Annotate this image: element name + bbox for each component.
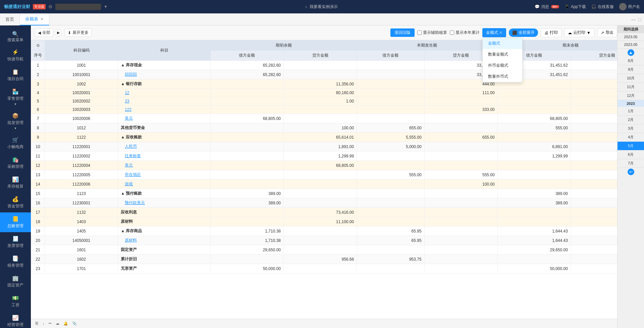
table-row-name[interactable]: 23	[118, 97, 211, 106]
table-row-name[interactable]: 游戏	[118, 180, 211, 189]
col-header-name: 科目	[118, 41, 211, 61]
table-row-open-credit	[284, 170, 357, 180]
table-row-name[interactable]: 122	[118, 106, 211, 114]
table-row-name[interactable]: 预付款美元	[118, 198, 211, 208]
table-row-open-credit: 1.00	[284, 97, 357, 106]
table-row-code: 1132	[45, 208, 118, 217]
table-row-no: 4	[31, 89, 45, 97]
table-row-name[interactable]: 回回回	[118, 70, 211, 79]
dropdown-item-qty-foreign[interactable]: 数量外币式	[483, 71, 522, 82]
main-layout: 🔍 搜索菜单 ⚡ 快捷导航 📋 项目合同 🏪 零售管理 ▼ 📦 批发管理 ▼ 🛒…	[0, 25, 644, 328]
dropdown-item-amount[interactable]: 金额式	[483, 38, 522, 49]
sidebar-item-salary[interactable]: 💵 工资	[0, 291, 31, 311]
period-8[interactable]: 8月	[618, 57, 644, 65]
attachment-icon[interactable]: 📎	[72, 321, 77, 326]
tab-minimize-icon[interactable]: —	[631, 17, 636, 22]
sidebar-item-wholesale[interactable]: 📦 批发管理 ▼	[0, 109, 31, 133]
sidebar-item-project[interactable]: 📋 项目合同	[0, 65, 31, 85]
period-2023-05-2[interactable]: 2023.05	[618, 41, 644, 49]
table-settings-icon[interactable]: ⚙	[31, 41, 45, 51]
period-10[interactable]: 10月	[618, 74, 644, 83]
cloud-save-icon[interactable]: ☁	[56, 321, 59, 326]
edit-icon[interactable]: ✏	[49, 321, 52, 326]
period-7[interactable]: 7月	[618, 159, 644, 168]
return-old-btn[interactable]: 退回旧版	[390, 28, 415, 37]
sidebar-item-assets[interactable]: 🏢 固定资产	[0, 272, 31, 291]
tab-close-icon[interactable]: ✕	[40, 17, 44, 21]
sidebar-item-capital[interactable]: 💰 资金管理	[0, 193, 31, 212]
period-4[interactable]: 4月	[618, 133, 644, 142]
user-avatar[interactable]: 用户名	[619, 3, 640, 10]
table-row-code: 11230001	[45, 198, 118, 208]
period-12[interactable]: 12月	[618, 91, 644, 100]
period-3[interactable]: 3月	[618, 124, 644, 133]
assist-check[interactable]	[417, 30, 422, 35]
bottom-bar: 英 ↑ ✏ ☁ 🔔 📎	[31, 319, 644, 328]
table-row-cur-credit: 111.00	[424, 89, 497, 97]
window-dropdown-icon[interactable]: ▼	[104, 4, 108, 9]
period-6[interactable]: 6月	[618, 150, 644, 159]
table-row-name[interactable]: 人民币	[118, 142, 211, 151]
table-row-name[interactable]: 美元	[118, 161, 211, 170]
sidebar-item-retail[interactable]: 🏪 零售管理 ▼	[0, 85, 31, 109]
download-btn[interactable]: 📱 App下载	[565, 4, 586, 10]
demo-text[interactable]: 我要看实例演示	[310, 4, 338, 10]
table-row-cur-credit	[424, 208, 497, 217]
nav-forward-btn[interactable]: ▶	[55, 29, 62, 37]
period-up-arrow[interactable]: ▲	[628, 49, 634, 56]
table-row-name[interactable]: 12	[118, 89, 211, 97]
print-btn[interactable]: 🖨 打印	[541, 28, 561, 37]
dropdown-item-foreign[interactable]: 外币金额式	[483, 60, 522, 71]
show-assist-checkbox[interactable]: 显示辅助核算	[417, 30, 447, 36]
settings-icon[interactable]: ⚙	[48, 4, 53, 9]
breadcrumb-back-btn[interactable]: ◀ 全部	[35, 28, 53, 37]
period-2[interactable]: 2月	[618, 116, 644, 124]
table-row-close-debit	[497, 217, 571, 226]
sidebar-item-tax[interactable]: 📑 税务管理	[0, 252, 31, 272]
table-row-cur-credit: 333.00	[424, 106, 497, 114]
show-annual-checkbox[interactable]: 显示本年累计	[450, 30, 480, 36]
service-btn[interactable]: 🎧 在线客服	[591, 4, 614, 10]
table-row-cur-credit	[424, 189, 497, 198]
table-row-close-debit	[497, 180, 571, 189]
dropdown-item-qty-amount[interactable]: 数量金额式	[483, 49, 522, 60]
ecommerce-icon: 🛒	[12, 137, 19, 143]
period-1[interactable]: 1月	[618, 107, 644, 116]
sidebar-item-ledger[interactable]: 📒 总账管理	[0, 212, 31, 232]
period-2023-05-top[interactable]: 2023.05	[618, 33, 644, 41]
sidebar-item-inventory[interactable]: 📊 库存核算	[0, 173, 31, 193]
table-row-cur-debit	[357, 61, 424, 70]
upload-icon[interactable]: ↑	[43, 322, 45, 326]
table-row-name[interactable]: 原材料	[118, 236, 211, 245]
table-row-open-credit: 11,100.00	[284, 217, 357, 226]
expand-more-btn[interactable]: ⬇ 展开更多	[65, 28, 92, 37]
annual-check[interactable]	[450, 30, 454, 35]
period-9[interactable]: 9月	[618, 65, 644, 74]
message-btn[interactable]: 💬 消息 99+	[535, 4, 559, 10]
table-row-open-credit	[284, 226, 357, 236]
table-row-no: 13	[31, 170, 45, 180]
sidebar-project-label: 项目合同	[7, 76, 23, 82]
sidebar-item-invoice[interactable]: 🧾 发票管理	[0, 232, 31, 252]
export-btn[interactable]: ↗ 导出	[597, 28, 617, 37]
period-5[interactable]: 5月	[618, 142, 644, 150]
cloud-print-btn[interactable]: ☁ 云打印 ▼	[564, 28, 594, 37]
sidebar-item-business[interactable]: 📈 经营管理	[0, 311, 31, 328]
sidebar-item-quick[interactable]: ⚡ 快捷导航	[0, 46, 31, 65]
table-row-name[interactable]: 往来标签	[118, 151, 211, 161]
sidebar-item-purchase[interactable]: 🛍️ 采购管理	[0, 153, 31, 173]
table-row-close-debit	[497, 133, 571, 142]
amount-style-btn[interactable]: 金额式 ∧	[482, 28, 506, 37]
tab-balance[interactable]: 余额表 ✕	[20, 13, 49, 25]
sidebar-item-ecommerce[interactable]: 🛒 小畅电商	[0, 133, 31, 153]
expand-all-btn[interactable]: ⬛ 全部展开	[509, 28, 538, 37]
period-down-arrow[interactable]: ↩	[628, 169, 634, 175]
tab-maximize-icon[interactable]: □	[639, 17, 641, 22]
table-row-name[interactable]: 所在地区	[118, 170, 211, 180]
tab-home[interactable]: 首页	[0, 13, 20, 25]
period-11[interactable]: 11月	[618, 83, 644, 91]
lang-icon[interactable]: 英	[35, 321, 39, 326]
notification-icon[interactable]: 🔔	[63, 321, 68, 326]
sidebar-search[interactable]: 🔍 搜索菜单	[0, 28, 31, 46]
table-row-name[interactable]: 美元	[118, 114, 211, 123]
